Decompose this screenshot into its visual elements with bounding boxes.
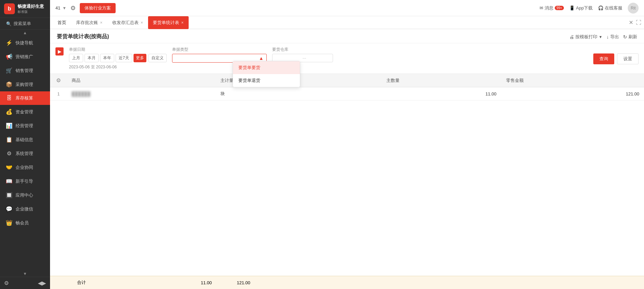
print-label: 按模板打印 bbox=[575, 34, 597, 40]
refresh-btn[interactable]: ↻ 刷新 bbox=[623, 34, 637, 40]
sidebar-item-procurement[interactable]: 📦 采购管理 bbox=[0, 77, 50, 91]
data-table: ⚙ 商品 主计量单位 主数量 零售金额 1 ██████ 块 11.00 12 bbox=[50, 74, 644, 101]
topbar-settings-icon[interactable]: ⚙ bbox=[70, 4, 76, 12]
user-avatar[interactable]: Rit bbox=[628, 3, 639, 14]
filter-expand-btn[interactable]: ▶ bbox=[55, 47, 64, 55]
finance-icon: 💰 bbox=[5, 109, 13, 115]
dropdown-item-order-return[interactable]: 要货单退货 bbox=[233, 74, 300, 87]
refresh-icon: ↻ bbox=[623, 34, 627, 40]
sidebar: b 畅捷通好生意 标准版 🔍 搜索菜单 ▲ ⚡ 快捷导航 📢 营销推广 🛒 销售… bbox=[0, 0, 50, 289]
sidebar-label-guide: 新手引导 bbox=[16, 178, 33, 184]
type-filter-label: 单据类型 bbox=[172, 47, 267, 52]
sidebar-label-members: 畅会员 bbox=[16, 220, 29, 226]
inventory-icon: 🗄 bbox=[5, 95, 13, 101]
sidebar-item-sales[interactable]: 🛒 销售管理 bbox=[0, 64, 50, 77]
sidebar-item-basic-info[interactable]: 📋 基础信息 bbox=[0, 133, 50, 147]
online-service-label: 在线客服 bbox=[605, 5, 622, 11]
col-product-header: 商品 bbox=[67, 74, 216, 87]
sidebar-item-finance[interactable]: 💰 资金管理 bbox=[0, 105, 50, 119]
type-filter-group: 单据类型 ▲ bbox=[172, 47, 267, 63]
members-icon: 👑 bbox=[5, 220, 13, 226]
store-num-label: 41 bbox=[55, 5, 60, 10]
messages-action[interactable]: ✉ 消息 99+ bbox=[540, 5, 564, 11]
tab-order-summary-label: 要货单统计表 bbox=[153, 20, 179, 26]
settings-btn[interactable]: 设置 bbox=[617, 53, 639, 64]
prev-month-btn[interactable]: 上月 bbox=[69, 54, 83, 62]
page-title: 要货单统计表(按商品) bbox=[57, 33, 109, 40]
last7days-btn[interactable]: 近7天 bbox=[116, 54, 132, 62]
table-container: ⚙ 商品 主计量单位 主数量 零售金额 1 ██████ 块 11.00 12 bbox=[50, 74, 644, 276]
sidebar-item-enterprise[interactable]: 🤝 企业协同 bbox=[0, 160, 50, 174]
custom-btn[interactable]: 自定义 bbox=[148, 54, 167, 62]
tab-receive-summary-close[interactable]: × bbox=[141, 20, 143, 25]
sidebar-item-system[interactable]: ⚙ 系统管理 bbox=[0, 147, 50, 160]
wechat-icon: 💬 bbox=[5, 206, 13, 212]
tabs-close-all-icon[interactable]: ✕ bbox=[629, 19, 633, 26]
sidebar-nav: ⚡ 快捷导航 📢 营销推广 🛒 销售管理 📦 采购管理 🗄 库存核算 💰 资金管… bbox=[0, 36, 50, 271]
sidebar-item-members[interactable]: 👑 畅会员 bbox=[0, 216, 50, 230]
tabs-bar-right: ✕ ⛶ bbox=[629, 19, 641, 26]
this-year-btn[interactable]: 本年 bbox=[100, 54, 114, 62]
sidebar-item-inventory[interactable]: 🗄 库存核算 bbox=[0, 91, 50, 105]
filter-actions: 查询 设置 bbox=[593, 53, 639, 64]
date-filter-group: 单据日期 上月 本月 本年 近7天 更多 自定义 2023-05-06 至 20… bbox=[69, 47, 167, 70]
tab-order-summary-close[interactable]: × bbox=[181, 20, 184, 25]
sidebar-search[interactable]: 🔍 搜索菜单 bbox=[0, 18, 50, 30]
sidebar-label-system: 系统管理 bbox=[16, 151, 33, 157]
export-btn[interactable]: ↓ 导出 bbox=[606, 34, 619, 40]
tabs-expand-icon[interactable]: ⛶ bbox=[636, 20, 641, 26]
col-settings-header[interactable]: ⚙ bbox=[50, 74, 67, 87]
store-selector[interactable]: 41 ▼ bbox=[55, 5, 66, 10]
app-logo-icon: b bbox=[4, 3, 15, 14]
tab-receive-summary-label: 收发存汇总表 bbox=[112, 20, 139, 26]
app-download-action[interactable]: 📱 App下载 bbox=[569, 5, 593, 11]
date-filter-label: 单据日期 bbox=[69, 47, 167, 52]
sidebar-label-apps: 应用中心 bbox=[16, 192, 33, 198]
row-quantity: 11.00 bbox=[382, 87, 501, 101]
sidebar-item-wechat[interactable]: 💬 企业微信 bbox=[0, 202, 50, 216]
row-product: ██████ bbox=[67, 87, 216, 101]
industry-btn[interactable]: 体验行业方案 bbox=[80, 3, 116, 13]
collapse-icon[interactable]: ◀▶ bbox=[38, 280, 46, 286]
footer-total-label: 合计 bbox=[77, 280, 86, 286]
operations-icon: 📊 bbox=[5, 123, 13, 129]
this-month-btn[interactable]: 本月 bbox=[85, 54, 99, 62]
guide-icon: 📖 bbox=[5, 178, 13, 184]
table-settings-icon[interactable]: ⚙ bbox=[56, 77, 61, 83]
tab-batch-account[interactable]: 库存批次账 × bbox=[71, 16, 108, 29]
settings-footer-icon[interactable]: ⚙ bbox=[4, 280, 9, 286]
more-btn[interactable]: 更多 bbox=[134, 54, 146, 62]
footer-total-amount: 121.00 bbox=[237, 280, 251, 285]
tab-receive-summary[interactable]: 收发存汇总表 × bbox=[108, 16, 148, 29]
export-label: 导出 bbox=[610, 34, 619, 40]
dropdown-item-order-goods[interactable]: 要货单要货 bbox=[233, 61, 300, 74]
sidebar-item-operations[interactable]: 📊 经营管理 bbox=[0, 119, 50, 133]
sidebar-item-guide[interactable]: 📖 新手引导 bbox=[0, 174, 50, 188]
avatar-text: Rit bbox=[631, 6, 636, 10]
page-content: 要货单统计表(按商品) 🖨 按模板打印 ▼ ↓ 导出 ↻ 刷新 ▶ bbox=[50, 29, 644, 289]
print-caret: ▼ bbox=[599, 35, 602, 39]
sidebar-scroll-up[interactable]: ▲ bbox=[0, 30, 50, 36]
store-dropdown-icon: ▼ bbox=[62, 6, 66, 10]
sidebar-item-apps[interactable]: 🔲 应用中心 bbox=[0, 188, 50, 202]
online-service-action[interactable]: 🎧 在线客服 bbox=[598, 5, 622, 11]
warehouse-more-icon[interactable]: ··· bbox=[303, 55, 330, 61]
enterprise-icon: 🤝 bbox=[5, 164, 13, 171]
procurement-icon: 📦 bbox=[5, 81, 13, 88]
tab-batch-account-close[interactable]: × bbox=[100, 20, 102, 25]
type-input-field[interactable] bbox=[175, 56, 259, 61]
row-unit: 块 bbox=[216, 87, 382, 101]
sidebar-logo: b 畅捷通好生意 标准版 bbox=[0, 0, 50, 18]
print-btn[interactable]: 🖨 按模板打印 ▼ bbox=[569, 34, 602, 40]
sidebar-label-sales: 销售管理 bbox=[16, 68, 33, 74]
sidebar-search-label: 搜索菜单 bbox=[14, 21, 31, 27]
brand-name: 畅捷通好生意 bbox=[18, 4, 44, 9]
tab-order-summary[interactable]: 要货单统计表 × bbox=[148, 16, 189, 29]
sidebar-item-quick-nav[interactable]: ⚡ 快捷导航 bbox=[0, 36, 50, 50]
sidebar-scroll-down[interactable]: ▼ bbox=[0, 271, 50, 277]
query-btn[interactable]: 查询 bbox=[593, 53, 614, 64]
sidebar-label-enterprise: 企业协同 bbox=[16, 164, 33, 171]
tab-home[interactable]: 首页 bbox=[53, 16, 71, 29]
sidebar-item-marketing[interactable]: 📢 营销推广 bbox=[0, 50, 50, 64]
main-content: 41 ▼ ⚙ 体验行业方案 ✉ 消息 99+ 📱 App下载 🎧 在线客服 Ri… bbox=[50, 0, 644, 289]
